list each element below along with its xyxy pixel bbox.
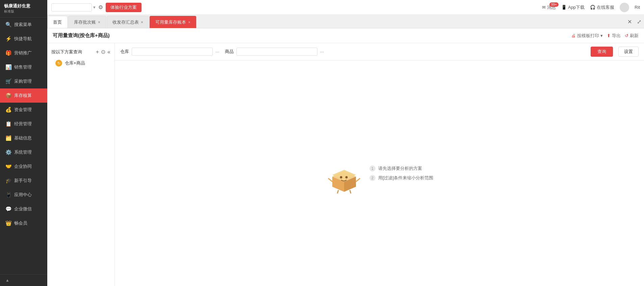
filter-item-warehouse-goods[interactable]: ↻ 仓库+商品 <box>47 57 114 69</box>
sidebar-item-finance[interactable]: 💰 资金管理 <box>0 103 47 117</box>
sidebar-item-quicknav[interactable]: ⚡ 快捷导航 <box>0 32 47 46</box>
sidebar-label-operation: 经营管理 <box>14 121 32 127</box>
warehouse-input[interactable] <box>132 48 213 56</box>
sidebar-nav: 🔍 搜索菜单 ⚡ 快捷导航 🎁 营销推广 📊 销售管理 🛒 采购管理 📦 库存核… <box>0 18 47 274</box>
sidebar-item-wechat[interactable]: 💬 企业微信 <box>0 202 47 216</box>
sidebar-item-newbie[interactable]: 🎓 新手引导 <box>0 174 47 188</box>
sidebar-label-purchase: 采购管理 <box>14 78 32 84</box>
sidebar-label-basic: 基础信息 <box>14 135 32 141</box>
sidebar-label-marketing: 营销推广 <box>14 50 32 56</box>
sidebar-item-appcenter[interactable]: 📱 应用中心 <box>0 188 47 202</box>
sidebar-item-marketing[interactable]: 🎁 营销推广 <box>0 46 47 60</box>
message-badge: 99+ <box>549 2 559 7</box>
tab-summary[interactable]: 收发存汇总表 × <box>107 16 149 28</box>
goods-field: 商品 ··· <box>225 48 324 56</box>
query-bar: 仓库 ··· 商品 ··· 查询 设置 <box>115 43 644 60</box>
tab-available-label: 可用量库存账本 <box>155 19 186 25</box>
enterprise-icon: 🤝 <box>5 163 11 170</box>
tab-home-label: 首页 <box>53 19 62 25</box>
app-download-label: App下载 <box>568 4 585 10</box>
print-label: 按模板打印 <box>577 33 599 39</box>
goods-more-button[interactable]: ··· <box>320 49 324 54</box>
filter-header: 按以下方案查询 + ⊙ « <box>47 47 114 57</box>
warehouse-more-button[interactable]: ··· <box>215 49 220 54</box>
sidebar-footer[interactable]: ▲ <box>0 274 47 286</box>
svg-point-5 <box>345 176 347 179</box>
tab-available-close[interactable]: × <box>188 20 190 25</box>
marketing-icon: 🎁 <box>5 50 11 56</box>
sidebar-item-purchase[interactable]: 🛒 采购管理 <box>0 74 47 88</box>
sidebar-item-system[interactable]: ⚙️ 系统管理 <box>0 145 47 159</box>
sales-icon: 📊 <box>5 64 11 70</box>
settings-button[interactable]: 设置 <box>618 47 639 57</box>
empty-tip-2: 2 用[过滤]条件来缩小分析范围 <box>369 175 433 181</box>
user-avatar[interactable] <box>620 3 629 12</box>
sidebar-label-system: 系统管理 <box>14 149 32 155</box>
newbie-icon: 🎓 <box>5 178 11 184</box>
customer-service-button[interactable]: 🎧 在线客服 <box>590 4 614 10</box>
tip-num-2: 2 <box>369 175 376 181</box>
print-button[interactable]: 🖨 按模板打印 ▾ <box>571 33 603 39</box>
query-button[interactable]: 查询 <box>591 47 613 57</box>
sidebar: 畅康通好生意 标准版 🔍 搜索菜单 ⚡ 快捷导航 🎁 营销推广 📊 销售管理 🛒… <box>0 0 47 286</box>
empty-state: 1 请先选择要分析的方案 2 用[过滤]条件来缩小分析范围 <box>115 60 644 286</box>
refresh-button[interactable]: ↺ 刷新 <box>625 33 639 39</box>
sidebar-item-operation[interactable]: 📋 经营管理 <box>0 117 47 131</box>
sidebar-item-inventory[interactable]: 📦 库存核算 <box>0 88 47 103</box>
topbar-right: ✉ 消息 99+ 📱 App下载 🎧 在线客服 Rit <box>542 3 640 12</box>
goods-label: 商品 <box>225 49 234 55</box>
refresh-icon: ↺ <box>625 33 628 38</box>
basic-icon: 🗂️ <box>5 135 11 141</box>
warehouse-field: 仓库 ··· <box>120 48 220 56</box>
app-download-button[interactable]: 📱 App下载 <box>561 4 585 10</box>
message-button[interactable]: ✉ 消息 99+ <box>542 4 556 10</box>
filter-add-button[interactable]: + <box>96 49 99 55</box>
sidebar-label-enterprise: 企业协同 <box>14 163 32 170</box>
tabs-close-all-button[interactable]: ✕ <box>627 18 632 25</box>
tab-batch[interactable]: 库存批次账 × <box>68 16 106 28</box>
page-actions: 🖨 按模板打印 ▾ ⬆ 导出 ↺ 刷新 <box>571 33 639 39</box>
sidebar-item-sales[interactable]: 📊 销售管理 <box>0 60 47 74</box>
tabs-bar: 首页 库存批次账 × 收发存汇总表 × 可用量库存账本 × ✕ ⤢ <box>47 15 644 28</box>
customer-service-label: 在线客服 <box>597 4 614 10</box>
tab-summary-close[interactable]: × <box>141 20 143 25</box>
warehouse-label: 仓库 <box>120 49 129 55</box>
export-button[interactable]: ⬆ 导出 <box>607 33 621 39</box>
page-title: 可用量查询(按仓库+商品) <box>53 32 110 39</box>
print-dropdown-icon[interactable]: ▾ <box>600 33 603 38</box>
tabs-expand-button[interactable]: ⤢ <box>637 18 641 25</box>
sidebar-item-vip[interactable]: 👑 畅会员 <box>0 216 47 230</box>
trial-button[interactable]: 体验行业方案 <box>106 3 141 12</box>
sidebar-label-vip: 畅会员 <box>14 220 27 226</box>
goods-input[interactable] <box>236 48 317 56</box>
logo-title: 畅康通好生意 <box>4 3 43 9</box>
topbar-search-area: ▾ <box>51 3 96 11</box>
search-icon: 🔍 <box>5 22 11 28</box>
tip-text-2: 用[过滤]条件来缩小分析范围 <box>378 175 433 181</box>
export-label: 导出 <box>612 33 621 39</box>
svg-line-9 <box>356 178 360 182</box>
sidebar-label-appcenter: 应用中心 <box>14 192 32 198</box>
filter-setting-button[interactable]: ⊙ <box>101 49 105 55</box>
export-icon: ⬆ <box>607 33 611 38</box>
tab-batch-close[interactable]: × <box>98 20 100 25</box>
filter-header-label: 按以下方案查询 <box>51 49 82 55</box>
empty-state-tips: 1 请先选择要分析的方案 2 用[过滤]条件来缩小分析范围 <box>369 165 433 181</box>
sidebar-label-wechat: 企业微信 <box>14 206 32 212</box>
refresh-label: 刷新 <box>630 33 639 39</box>
sidebar-item-basic[interactable]: 🗂️ 基础信息 <box>0 131 47 145</box>
chevron-down-icon[interactable]: ▾ <box>93 5 96 10</box>
headset-icon: 🎧 <box>590 5 595 10</box>
sidebar-item-search[interactable]: 🔍 搜索菜单 <box>0 18 47 32</box>
filter-collapse-button[interactable]: « <box>107 49 110 55</box>
purchase-icon: 🛒 <box>5 78 11 84</box>
logo-sub: 标准版 <box>4 9 43 14</box>
sidebar-item-enterprise[interactable]: 🤝 企业协同 <box>0 159 47 174</box>
topbar-search-input[interactable] <box>51 3 92 11</box>
topbar: ▾ ⚙ 体验行业方案 ✉ 消息 99+ 📱 App下载 🎧 在线客服 Rit <box>47 0 644 15</box>
tab-available[interactable]: 可用量库存账本 × <box>150 16 196 28</box>
gear-icon[interactable]: ⚙ <box>98 4 103 10</box>
sidebar-label-newbie: 新手引导 <box>14 178 32 184</box>
tab-home[interactable]: 首页 <box>47 16 68 28</box>
warehouse-goods-icon: ↻ <box>55 60 62 67</box>
